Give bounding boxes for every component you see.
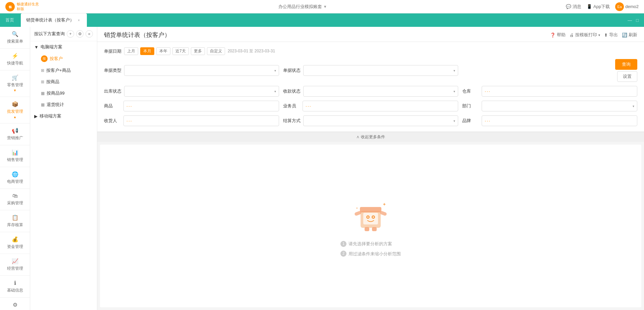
message-btn[interactable]: 💬 消息 (566, 4, 581, 10)
collapse-bar[interactable]: ∧ 收起更多条件 (97, 132, 644, 142)
order-status-label: 单据状态 (283, 67, 301, 73)
tree-group-pc[interactable]: ▼ 电脑端方案 (30, 41, 97, 53)
operation-icon: 📈 (3, 258, 27, 264)
sidebar-item-basic[interactable]: ℹ 基础信息 (0, 276, 30, 298)
tree-group-mobile[interactable]: ▶ 移动端方案 (30, 110, 97, 122)
brand-input[interactable]: ··· (482, 115, 637, 126)
sidebar-item-search[interactable]: 🔍 搜索菜单 (0, 27, 30, 49)
active-node-bullet: 按 (41, 55, 48, 62)
scheme-settings-btn[interactable]: ⚙ (76, 30, 84, 38)
shortcut-icon: ⚡ (3, 53, 27, 59)
date-btn-last-month[interactable]: 上月 (124, 47, 138, 55)
order-status-input[interactable]: ▾ (303, 65, 458, 76)
tab-maximize-icon[interactable]: □ (636, 18, 639, 23)
warehouse-label: 仓库 (462, 88, 479, 94)
template-print-btn[interactable]: 🖨 按模板打印 ▾ (570, 32, 600, 38)
page-header: 销货单统计表（按客户） ❓ 帮助 🖨 按模板打印 ▾ ⬆ 导出 (97, 27, 644, 42)
retail-icon: 🛒 (3, 74, 27, 81)
filter-cell-salesman: 业务员 ··· (283, 101, 458, 111)
scheme-collapse-btn[interactable]: « (86, 30, 93, 38)
order-type-input[interactable]: ▾ (124, 65, 279, 76)
order-type-chevron: ▾ (274, 69, 276, 72)
sidebar-item-wholesale[interactable]: 📦 批发管理 ▲ (0, 97, 30, 123)
department-input[interactable]: ▾ (482, 101, 637, 111)
sidebar-item-ecommerce[interactable]: 🌐 电商管理 (0, 167, 30, 189)
wholesale-icon: 📦 (3, 101, 27, 107)
svg-text:✦: ✦ (382, 202, 386, 207)
date-label: 单据日期 (104, 48, 121, 54)
warehouse-dots: ··· (485, 89, 491, 94)
sidebar-item-operation[interactable]: 📈 经营管理 (0, 254, 30, 276)
empty-illustration: ✦ ✦ (351, 194, 391, 235)
svg-rect-3 (360, 207, 381, 212)
filter-cell-receiver: 收货人 ··· (104, 115, 279, 126)
receiver-input[interactable]: ··· (123, 115, 279, 126)
date-btn-this-month[interactable]: 本月 (140, 47, 154, 55)
tab-minimize-icon[interactable]: — (628, 18, 632, 23)
tab-home[interactable]: 首页 (0, 13, 19, 27)
message-icon: 💬 (566, 4, 571, 9)
tab-active[interactable]: 销货单统计表（按客户） × (21, 13, 87, 27)
date-btn-this-year[interactable]: 本年 (156, 47, 170, 55)
help-btn[interactable]: ❓ 帮助 (550, 32, 566, 38)
finance-icon: 💰 (3, 236, 27, 243)
scheme-panel-header: 按以下方案查询 + ⚙ « (30, 27, 97, 41)
purchase-icon: 🛍 (3, 193, 27, 199)
app-download-btn[interactable]: 📱 App下载 (587, 4, 610, 10)
tree-node-by-goods99[interactable]: ▦ 按商品99 (37, 88, 97, 99)
sidebar-item-finance[interactable]: 💰 资金管理 (0, 232, 30, 254)
dept-chevron: ▾ (633, 104, 634, 108)
filter-grid-row1: 单据类型 ▾ 单据状态 ▾ (104, 59, 637, 82)
date-btn-more[interactable]: 更多 (191, 47, 205, 55)
sidebar-item-shortcut[interactable]: ⚡ 快捷导航 (0, 49, 30, 70)
refresh-btn[interactable]: 🔄 刷新 (622, 32, 637, 38)
empty-state: ✦ ✦ 1 请先选择要分析的方案 2 用过滤条件来缩小分析范围 (100, 145, 641, 307)
settlement-input[interactable]: ▾ (303, 115, 458, 126)
main-layout: 🔍 搜索菜单 ⚡ 快捷导航 🛒 零售管理 ▼ 📦 批发管理 ▲ 📢 营销推广 📊… (0, 27, 644, 310)
date-btn-custom[interactable]: 自定义 (207, 47, 225, 55)
page-actions: ❓ 帮助 🖨 按模板打印 ▾ ⬆ 导出 🔄 刷新 (550, 32, 637, 38)
sidebar-item-inventory[interactable]: 📋 库存核算 (0, 210, 30, 232)
header-right: 💬 消息 📱 App下载 Ea demo2 (566, 2, 639, 11)
sidebar-item-marketing[interactable]: 📢 营销推广 (0, 123, 30, 145)
search-icon: 🔍 (3, 31, 27, 37)
user-area[interactable]: Ea demo2 (615, 2, 639, 11)
export-btn[interactable]: ⬆ 导出 (604, 32, 618, 38)
page-title: 销货单统计表（按客户） (104, 31, 170, 39)
sidebar-item-purchase[interactable]: 🛍 采购管理 (0, 189, 30, 210)
order-status-chevron: ▾ (453, 69, 455, 72)
filter-cell-out-status: 出库状态 ▾ (104, 86, 279, 97)
print-icon: 🖨 (570, 33, 574, 38)
warehouse-input[interactable]: ··· (482, 86, 637, 97)
tree-node-return-stats[interactable]: ▦ 退货统计 (37, 99, 97, 110)
tab-close-icon[interactable]: × (76, 17, 82, 23)
tree-node-by-goods[interactable]: ⊞ 按商品 (37, 76, 97, 88)
out-status-label: 出库状态 (104, 88, 121, 94)
out-status-input[interactable]: ▾ (124, 86, 279, 97)
brand-label: 品牌 (462, 118, 479, 124)
tab-right-actions: — □ (628, 18, 644, 23)
svg-point-8 (373, 216, 374, 218)
scheme-add-btn[interactable]: + (67, 30, 74, 38)
grid-icon-1: ⊞ (41, 68, 44, 73)
header-left: 畅 畅捷通好生意 标版 (5, 2, 39, 11)
settings-button[interactable]: 设置 (617, 71, 637, 82)
empty-hint-1: 1 请先选择要分析的方案 (340, 240, 401, 248)
receipt-status-input[interactable]: ▾ (303, 86, 458, 97)
salesman-input[interactable]: ··· (303, 101, 458, 111)
filter-cell-order-status: 单据状态 ▾ (283, 65, 458, 76)
sidebar-item-sales[interactable]: 📊 销售管理 (0, 145, 30, 167)
sidebar: 🔍 搜索菜单 ⚡ 快捷导航 🛒 零售管理 ▼ 📦 批发管理 ▲ 📢 营销推广 📊… (0, 27, 30, 310)
sidebar-item-retail[interactable]: 🛒 零售管理 ▼ (0, 70, 30, 97)
tree-node-by-customer-goods[interactable]: ⊞ 按客户+商品 (37, 65, 97, 76)
brand-dots: ··· (485, 118, 491, 123)
tree-node-by-customer[interactable]: 按 按客户 (37, 53, 97, 65)
industry-chevron[interactable]: ▾ (324, 4, 326, 9)
goods-input[interactable]: ··· (123, 101, 279, 111)
sidebar-item-system[interactable]: ⚙ 系统管理 (0, 298, 30, 310)
bar-icon-2: ▦ (41, 102, 45, 107)
industry-label: 办公用品行业模拟账套 (278, 4, 322, 10)
query-button[interactable]: 查询 (615, 59, 637, 70)
date-btn-7days[interactable]: 近7天 (172, 47, 189, 55)
salesman-dots: ··· (306, 103, 312, 109)
